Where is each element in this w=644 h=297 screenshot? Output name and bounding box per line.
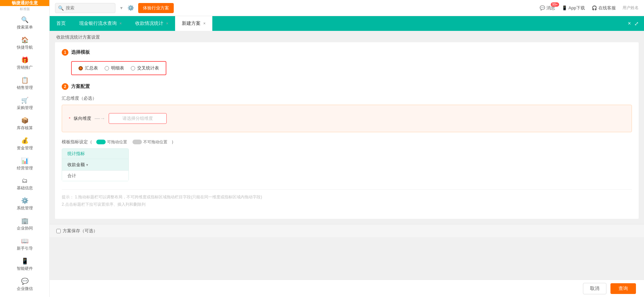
sidebar-item-guide[interactable]: 📖 新手引导 <box>0 234 49 254</box>
sidebar-item-search-menu[interactable]: 🔍 搜索菜单 <box>0 13 49 33</box>
vertical-dimension-label: 纵向维度 <box>74 115 91 121</box>
tip-text-1: 提示： 1.拖动标题栏可以调整布局，不可跨维度或指标区域拖动栏目字段(只能在同一… <box>62 194 632 201</box>
system-icon: ⚙️ <box>21 197 29 204</box>
sidebar-item-label: 营销推广 <box>17 65 33 70</box>
tab-home-label: 首页 <box>56 20 66 27</box>
template-select-box: 汇总表 明细表 交叉统计表 <box>71 61 166 75</box>
draggable-dot <box>96 140 106 144</box>
dimension-area: * 纵向维度 —→ 请选择分组维度 <box>62 105 632 132</box>
sidebar-item-system[interactable]: ⚙️ 系统管理 <box>0 194 49 214</box>
metric-settings: 模板指标设定（ 可拖动位置 不可拖动位置 ） <box>62 139 632 181</box>
support-label: 在线客服 <box>598 5 616 11</box>
close-window-icon[interactable]: × <box>628 20 631 27</box>
query-button[interactable]: 查询 <box>610 283 636 294</box>
search-icon: 🔍 <box>58 5 64 11</box>
tab-receipt-stat-label: 收款情况统计 <box>135 20 163 27</box>
basic-icon: 🗂 <box>22 177 28 184</box>
metric-legend: 可拖动位置 不可拖动位置 <box>96 139 167 145</box>
sales-icon: 📋 <box>21 77 29 84</box>
metric-close-paren: ） <box>171 139 176 145</box>
sidebar-item-operations[interactable]: 📊 经营管理 <box>0 154 49 174</box>
sidebar-item-sales[interactable]: 📋 销售管理 <box>0 73 49 93</box>
notification-badge: 99+ <box>551 2 559 7</box>
arrow-icon: —→ <box>95 115 105 121</box>
legend-draggable: 可拖动位置 <box>96 139 127 145</box>
metric-subrow: 合计 <box>62 171 128 181</box>
section2-title: 2 方案配置 <box>62 83 632 90</box>
sidebar-item-hardware[interactable]: 📱 智能硬件 <box>0 254 49 274</box>
save-option-label: 方案保存（可选） <box>63 228 98 234</box>
cancel-button[interactable]: 取消 <box>583 283 606 294</box>
operations-icon: 📊 <box>21 157 29 164</box>
section2: 2 方案配置 汇总维度（必选） * 纵向维度 —→ 请选择分组维度 模板指标设定… <box>62 83 632 212</box>
notification-button[interactable]: 💬 消息 99+ <box>540 5 555 11</box>
save-option-checkbox[interactable] <box>56 229 61 233</box>
page-header: 收款情况统计方案设置 <box>50 31 644 42</box>
trial-button[interactable]: 体验行业方案 <box>138 3 174 13</box>
metric-header: 模板指标设定（ 可拖动位置 不可拖动位置 ） <box>62 139 632 145</box>
settings-icon[interactable]: ⚙️ <box>127 5 134 11</box>
online-support-button[interactable]: 🎧 在线客服 <box>592 5 616 11</box>
tip-section: 提示： 1.拖动标题栏可以调整布局，不可跨维度或指标区域拖动栏目字段(只能在同一… <box>62 189 632 212</box>
tab-home[interactable]: 首页 <box>50 16 72 31</box>
select-dimension-button[interactable]: 请选择分组维度 <box>109 113 167 124</box>
option-summary[interactable]: 汇总表 <box>78 65 98 71</box>
sidebar-item-wechat[interactable]: 💬 企业微信 <box>0 274 49 294</box>
sidebar-item-label: 基础信息 <box>17 185 33 191</box>
option-cross[interactable]: 交叉统计表 <box>131 65 159 71</box>
radio-cross[interactable] <box>131 66 135 70</box>
quick-nav-icon: 🏠 <box>21 36 29 44</box>
tab-receipt-stat-close-icon[interactable]: × <box>166 21 168 26</box>
option-summary-label: 汇总表 <box>85 65 98 71</box>
sidebar-item-finance[interactable]: 💰 资金管理 <box>0 134 49 154</box>
tip-text-2: 2.点击标题栏下拉可设置排序、插入列和删除列 <box>62 201 632 208</box>
page-body: 1 选择模板 汇总表 明细表 交叉统计表 <box>55 42 639 219</box>
option-detail-label: 明细表 <box>111 65 124 71</box>
tab-bank-flow-close-icon[interactable]: × <box>119 21 122 26</box>
sidebar-item-basic[interactable]: 🗂 基础信息 <box>0 174 49 194</box>
sidebar-item-inventory[interactable]: 📦 库存核算 <box>0 113 49 134</box>
search-input[interactable] <box>66 5 109 10</box>
tab-receipt-stat[interactable]: 收款情况统计 × <box>128 16 175 31</box>
guide-icon: 📖 <box>21 237 29 245</box>
sidebar-item-label: 智能硬件 <box>17 266 33 271</box>
sidebar-item-marketing[interactable]: 🎁 营销推广 <box>0 53 49 73</box>
page-title: 收款情况统计方案设置 <box>56 35 100 40</box>
sidebar-item-label: 经营管理 <box>17 165 33 171</box>
support-icon: 🎧 <box>592 5 597 10</box>
topbar-chevron-icon[interactable]: ▼ <box>119 6 123 10</box>
fixed-dot <box>132 140 142 144</box>
sidebar-item-member[interactable]: 👑 畅会员 <box>0 294 49 297</box>
nav-tabs: 首页 现金银行流水查询 × 收款情况统计 × 新建方案 × × ⤢ <box>50 16 644 31</box>
radio-summary[interactable] <box>78 66 83 70</box>
fixed-label: 不可拖动位置 <box>143 139 167 145</box>
page-footer: 方案保存（可选） <box>50 224 644 237</box>
col-dropdown-arrow[interactable]: ▾ <box>86 163 88 167</box>
tab-new-plan-close-icon[interactable]: × <box>203 21 206 26</box>
section2-num: 2 <box>62 83 68 90</box>
search-box[interactable]: 🔍 <box>55 3 115 13</box>
sidebar-item-enterprise[interactable]: 🏢 企业协同 <box>0 214 49 234</box>
topbar: 🔍 ▼ ⚙️ 体验行业方案 💬 消息 99+ 📱 App下载 🎧 在线客服 用户… <box>50 0 644 16</box>
tab-new-plan-label: 新建方案 <box>182 20 201 27</box>
nav-tab-actions: × ⤢ <box>628 20 644 27</box>
stat-label: 统计指标 <box>67 151 85 157</box>
tab-bank-flow[interactable]: 现金银行流水查询 × <box>72 16 128 31</box>
sidebar-item-label: 资金管理 <box>17 145 33 151</box>
hardware-icon: 📱 <box>21 257 29 265</box>
content-area: 收款情况统计方案设置 1 选择模板 汇总表 明细表 交叉统计表 <box>50 31 644 280</box>
app-download-button[interactable]: 📱 App下载 <box>562 5 585 11</box>
sidebar-item-quick-nav[interactable]: 🏠 快捷导航 <box>0 33 49 53</box>
sidebar-item-purchase[interactable]: 🛒 采购管理 <box>0 93 49 113</box>
metric-col-header[interactable]: 收款金额 ▾ <box>62 159 128 171</box>
metric-table-header: 统计指标 <box>62 149 128 159</box>
section2-label: 方案配置 <box>71 84 90 90</box>
required-star: * <box>69 116 70 121</box>
bottom-bar: 取消 查询 <box>50 280 644 297</box>
tab-new-plan[interactable]: 新建方案 × <box>175 16 212 31</box>
expand-icon[interactable]: ⤢ <box>634 20 639 27</box>
option-detail[interactable]: 明细表 <box>105 65 124 71</box>
radio-detail[interactable] <box>105 66 109 70</box>
download-icon: 📱 <box>562 5 567 10</box>
save-option-checkbox-wrap[interactable]: 方案保存（可选） <box>56 228 98 234</box>
